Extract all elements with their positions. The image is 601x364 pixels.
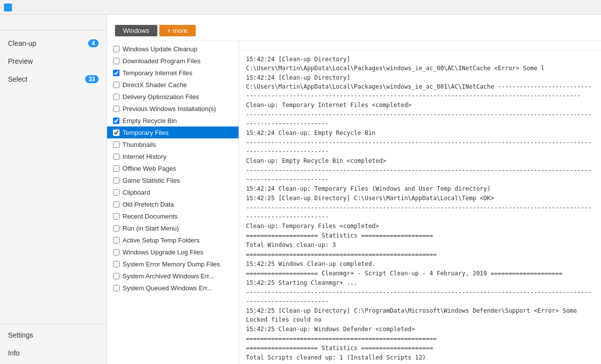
- sidebar-item-settings[interactable]: Settings: [0, 326, 107, 344]
- log-line: ==================== Statistics ========…: [246, 344, 594, 353]
- checklist-item-internet-history[interactable]: Internet History: [107, 150, 239, 162]
- checkbox-previous-windows[interactable]: [113, 106, 120, 112]
- log-line: ========================================…: [246, 250, 594, 259]
- checklist-item-windows-update[interactable]: Windows Update Cleanup: [107, 43, 239, 55]
- checklist-label-offline-web: Offline Web Pages: [122, 165, 176, 172]
- sidebar-item-label: Select: [8, 75, 27, 83]
- checklist-label-old-prefetch: Old Prefetch Data: [122, 201, 174, 208]
- log-line: ========================================…: [246, 334, 594, 343]
- log-line: 15:42:24 Clean-up: Temporary Files (Wind…: [246, 184, 594, 193]
- tab-windows[interactable]: Windows: [115, 25, 157, 36]
- minimize-button[interactable]: [526, 0, 549, 15]
- checklist-label-temp-internet: Temporary Internet Files: [122, 69, 192, 77]
- log-line: ----------------------------------------…: [246, 203, 594, 221]
- content-body: Windows Update CleanupDownloaded Program…: [107, 41, 601, 364]
- log-line: Clean-up: Temporary Internet Files <comp…: [246, 101, 594, 110]
- checkbox-windows-upgrade[interactable]: [113, 249, 120, 255]
- log-line: Clean-up: Temporary Files <completed>: [246, 222, 594, 231]
- checkbox-downloaded-program[interactable]: [113, 58, 120, 64]
- checklist-label-system-archived: System Archived Windows Err...: [122, 272, 214, 280]
- sidebar-badge-cleanup: 4: [88, 39, 99, 47]
- log-line: 15:42:24 [Clean-up Directory] C:\Users\M…: [246, 55, 594, 73]
- checklist-label-thumbnails: Thumbnails: [122, 141, 156, 148]
- checkbox-old-prefetch[interactable]: [113, 201, 120, 208]
- sidebar-item-label: Settings: [8, 331, 33, 339]
- checkbox-temp-files[interactable]: [113, 129, 120, 136]
- checklist-item-old-prefetch[interactable]: Old Prefetch Data: [107, 198, 239, 210]
- checklist-label-empty-recycle: Empty Recycle Bin: [122, 117, 177, 124]
- checklist-item-temp-internet[interactable]: Temporary Internet Files: [107, 67, 239, 79]
- checklist-label-windows-update: Windows Update Cleanup: [122, 45, 197, 53]
- log-panel: 15:42:24 [Clean-up Directory] C:\Users\M…: [239, 41, 601, 364]
- checkbox-system-queued[interactable]: [113, 285, 120, 291]
- checklist-panel: Windows Update CleanupDownloaded Program…: [107, 41, 239, 364]
- checkbox-empty-recycle[interactable]: [113, 118, 120, 124]
- checkbox-windows-update[interactable]: [113, 46, 120, 52]
- log-line: ==================== Statistics ========…: [246, 231, 594, 240]
- checklist-item-system-error-dump[interactable]: System Error Memory Dump Files: [107, 258, 239, 270]
- checkbox-clipboard[interactable]: [113, 189, 120, 196]
- log-line: 15:42:25 [Clean-up Directory] C:\Users\M…: [246, 194, 594, 203]
- log-line: ----------------------------------------…: [246, 110, 594, 128]
- checklist-label-previous-windows: Previous Windows Installation(s): [122, 105, 216, 113]
- sidebar-item-info[interactable]: Info: [0, 344, 107, 362]
- checklist-item-directx-shader[interactable]: DirectX Shader Cache: [107, 79, 239, 91]
- checkbox-temp-internet[interactable]: [113, 70, 120, 76]
- checklist-item-offline-web[interactable]: Offline Web Pages: [107, 162, 239, 174]
- checklist-item-windows-upgrade[interactable]: Windows Upgrade Log Files: [107, 246, 239, 258]
- checklist-item-previous-windows[interactable]: Previous Windows Installation(s): [107, 103, 239, 115]
- sidebar: Clean-up4PreviewSelect33 SettingsInfo: [0, 15, 107, 364]
- checklist-item-run-start[interactable]: Run (in Start Menu): [107, 222, 239, 234]
- sidebar-item-cleanup[interactable]: Clean-up4: [0, 34, 107, 52]
- tab-bar: Windows+ more: [115, 25, 593, 36]
- checklist-item-temp-files[interactable]: Temporary Files: [107, 126, 239, 138]
- checklist-item-game-statistic[interactable]: Game Statistic Files: [107, 174, 239, 186]
- checklist-label-temp-files: Temporary Files: [122, 129, 168, 136]
- checkbox-game-statistic[interactable]: [113, 177, 120, 184]
- log-line: Clean-up: Empty Recycle Bin <completed>: [246, 156, 594, 165]
- checklist-label-recent-docs: Recent Documents: [122, 213, 178, 220]
- log-line: ----------------------------------------…: [246, 166, 594, 184]
- checkbox-offline-web[interactable]: [113, 165, 120, 172]
- checklist-item-downloaded-program[interactable]: Downloaded Program Files: [107, 55, 239, 67]
- checklist-item-active-setup[interactable]: Active Setup Temp Folders: [107, 234, 239, 246]
- nav-items: Clean-up4PreviewSelect33: [0, 30, 107, 324]
- log-line: Total Windows clean-up: 3: [246, 241, 594, 249]
- checkbox-system-error-dump[interactable]: [113, 261, 120, 267]
- log-line: 15:42:25 Windows Clean-up completed.: [246, 259, 594, 268]
- main-container: Clean-up4PreviewSelect33 SettingsInfo Wi…: [0, 15, 601, 364]
- checkbox-thumbnails[interactable]: [113, 141, 120, 148]
- checkbox-internet-history[interactable]: [113, 153, 120, 160]
- checklist-item-system-archived[interactable]: System Archived Windows Err...: [107, 270, 239, 282]
- tab-more[interactable]: + more: [159, 25, 196, 36]
- log-line: ==================== Cleanmgr+ - Script …: [246, 269, 594, 278]
- checkbox-recent-docs[interactable]: [113, 213, 120, 220]
- checkbox-active-setup[interactable]: [113, 237, 120, 243]
- app-icon: [4, 3, 12, 11]
- log-line: 15:42:24 [Clean-up Directory] C:\Users\M…: [246, 73, 594, 100]
- sidebar-item-label: Clean-up: [8, 39, 36, 47]
- checklist-item-thumbnails[interactable]: Thumbnails: [107, 138, 239, 150]
- checklist-label-active-setup: Active Setup Temp Folders: [122, 237, 200, 244]
- checkbox-delivery-opt[interactable]: [113, 94, 120, 100]
- sidebar-item-preview[interactable]: Preview: [0, 52, 107, 70]
- close-button[interactable]: [574, 0, 597, 15]
- checklist-item-system-queued[interactable]: System Queued Windows Err...: [107, 282, 239, 294]
- checklist-label-clipboard: Clipboard: [122, 189, 150, 196]
- checklist-item-delivery-opt[interactable]: Delivery Optimization Files: [107, 91, 239, 103]
- checkbox-run-start[interactable]: [113, 225, 120, 232]
- titlebar: [0, 0, 601, 15]
- checklist-item-clipboard[interactable]: Clipboard: [107, 186, 239, 198]
- sidebar-item-label: Info: [8, 349, 19, 357]
- checklist-label-downloaded-program: Downloaded Program Files: [122, 57, 201, 65]
- checklist-item-empty-recycle[interactable]: Empty Recycle Bin: [107, 115, 239, 126]
- nav-bottom: SettingsInfo: [0, 324, 107, 364]
- sidebar-item-select[interactable]: Select33: [0, 70, 107, 88]
- log-content[interactable]: 15:42:24 [Clean-up Directory] C:\Users\M…: [239, 50, 601, 364]
- sidebar-item-label: Preview: [8, 57, 33, 65]
- checklist-item-recent-docs[interactable]: Recent Documents: [107, 210, 239, 222]
- checkbox-system-archived[interactable]: [113, 273, 120, 279]
- log-line: ----------------------------------------…: [246, 138, 594, 156]
- checkbox-directx-shader[interactable]: [113, 82, 120, 88]
- maximize-button[interactable]: [550, 0, 573, 15]
